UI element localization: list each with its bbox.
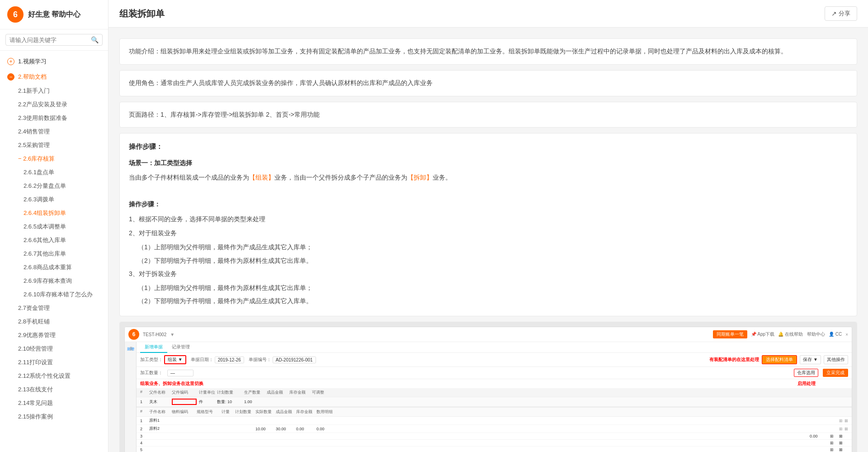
screenshot-inner: 6 TEST-H002 ▼ 同期账单一笔 📌 App下载 🔔 在线帮助 帮助中心… [120, 322, 857, 452]
table-row: 4 ⊞⊠ [137, 440, 852, 447]
step-1: 1、根据不同的业务，选择不同单据的类型来处理 [129, 214, 848, 225]
sidebar-item-cases[interactable]: 2.15操作案例 [0, 410, 108, 423]
table-row: 3 0.00 ⊞ ⊠ [137, 433, 852, 440]
share-button[interactable]: ↗ 分享 [825, 6, 857, 21]
mock-confirm-btn[interactable]: 立采完成 [823, 369, 848, 377]
mock-date-field: 单据日期： 2019-12-26 [191, 357, 244, 363]
sidebar-item-stockcount[interactable]: 2.6.1盘点单 [0, 166, 108, 179]
sidebar-item-print[interactable]: 2.11打印设置 [0, 356, 108, 369]
mock-right-area: 有装配清单的在这里处理 选择配料清单 保存 ▼ 其他操作 [709, 355, 848, 364]
mock-logo: 6 [128, 329, 139, 340]
logo-icon: 6 [7, 6, 24, 23]
steps-intro: 当由多个子件材料组装成一个成品的业务为【组装】业务，当由一个父件拆分成多个子产品… [129, 172, 848, 183]
share-label: 分享 [839, 10, 850, 18]
steps-title: 操作步骤： [129, 141, 848, 152]
plus-icon: + [7, 58, 14, 65]
sidebar-item-purchase[interactable]: 2.5采购管理 [0, 138, 108, 152]
sidebar-item-costrecalc[interactable]: 2.6.8商品成本重算 [0, 261, 108, 274]
mock-sub-form: 加工数量： — 仓库选用 立采完成 组装业务、拆卸业务在这里切换 启用处理 [137, 367, 852, 379]
role-text: 使用角色：通常由生产人员或库管人员完成拆装业务的操作，库管人员确认原材料的出库和… [129, 78, 848, 89]
sidebar-item-finance[interactable]: 2.7资金管理 [0, 301, 108, 315]
intro-text: 功能介绍：组装拆卸单用来处理企业组装或拆卸等加工业务，支持有固定装配清单的产品加… [129, 46, 848, 57]
search-box: 🔍 [5, 34, 103, 46]
mock-close-icon[interactable]: × [845, 332, 848, 337]
mock-date-input[interactable]: 2019-12-26 [215, 357, 244, 363]
role-block: 使用角色：通常由生产人员或库管人员完成拆装业务的操作，库管人员确认原材料的出库和… [119, 70, 857, 96]
path-text: 页面路径：1、库存核算->库存管理->组装拆卸单 2、首页->常用功能 [129, 109, 848, 120]
logo-text: 好生意 帮助中心 [28, 10, 80, 19]
nav-tree: + 1.视频学习 − 2.帮助文档 2.1新手入门 2.2产品安装及登录 2.3… [0, 51, 108, 452]
sidebar-item-label: 1.视频学习 [18, 57, 47, 66]
top-bar: 组装拆卸单 ↗ 分享 [108, 0, 868, 28]
table-row: 1 原料1 ⊞ ⊠ [137, 417, 852, 425]
sidebar-item-docs[interactable]: − 2.帮助文档 [0, 70, 108, 84]
sub-section-title: 场景一：加工类型选择 [129, 158, 848, 169]
mock-main: 新增单据 记录管理 加工类型： 组装 ▼ 单据日期： [137, 342, 852, 452]
step-2-1: （1）上部明细为父件明细，最终作为产成品生成其它入库单； [138, 242, 848, 253]
search-input[interactable] [9, 37, 91, 43]
sidebar-item-settings[interactable]: 2.12系统个性化设置 [0, 369, 108, 383]
mock-form-header: 加工类型： 组装 ▼ 单据日期： 2019-12-26 单据编号： AD-201… [137, 353, 852, 367]
minus-icon: − [7, 73, 14, 81]
mock-dropdown-arrow: ▼ [170, 332, 175, 337]
mock-icons: 📌 App下载 🔔 在线帮助 帮助中心 👤 CC [751, 331, 842, 338]
mock-warehouse-select[interactable]: 仓库选用 [794, 369, 818, 377]
sidebar-item-transfer[interactable]: 2.6.3调拨单 [0, 193, 108, 206]
sidebar-item-payment[interactable]: 2.13在线支付 [0, 383, 108, 396]
mock-type-field: 加工类型： 组装 ▼ [140, 355, 186, 364]
sidebar-item-video[interactable]: + 1.视频学习 [0, 54, 108, 69]
sidebar-item-faq[interactable]: 2.14常见问题 [0, 396, 108, 410]
sidebar-item-otheroutstock[interactable]: 2.6.7其他出库单 [0, 247, 108, 261]
mock-action-btn[interactable]: 其他操作 [824, 355, 848, 364]
nav-section-docs: − 2.帮助文档 2.1新手入门 2.2产品安装及登录 2.3使用前数据准备 2… [0, 70, 108, 423]
mock-qty-input[interactable]: — [167, 370, 193, 376]
screenshot-block: 6 TEST-H002 ▼ 同期账单一笔 📌 App下载 🔔 在线帮助 帮助中心… [119, 322, 857, 452]
sidebar-item-costadjust[interactable]: 2.6.5成本调整单 [0, 220, 108, 233]
mock-parent-table-header: # 父件名称 父件编码 计量单位 计划数量 生产数量 成品金额 库存金额 可调整 [137, 388, 852, 407]
mock-app: 6 TEST-H002 ▼ 同期账单一笔 📌 App下载 🔔 在线帮助 帮助中心… [124, 327, 852, 452]
mock-type-select[interactable]: 组装 ▼ [164, 355, 186, 364]
search-area: 🔍 [0, 29, 108, 51]
mock-header-id: TEST-H002 [143, 332, 166, 337]
table-row: 2 原料2 10.00 30.000.00 0.00 ⊞ ⊠ [137, 425, 852, 433]
mock-tab-new[interactable]: 新增单据 [140, 342, 167, 353]
annotation-top-right: 有装配清单的在这里处理 [709, 357, 759, 363]
sidebar-item-install[interactable]: 2.2产品安装及登录 [0, 98, 108, 111]
mock-tab-records[interactable]: 记录管理 [167, 342, 194, 352]
sidebar-item-mobile[interactable]: 2.8手机旺铺 [0, 315, 108, 328]
mock-child-table-header: # 子件名称 物料编码 规格型号 计量 计划数量 实际数量 成品金额 库存金额 … [137, 407, 852, 417]
mock-tab-bar: 新增单据 记录管理 [137, 342, 852, 353]
mock-body: 自贡 新增 新增单据 记录管理 [125, 342, 852, 452]
mock-orderno-field: 单据编号： AD-20191226-001 [249, 357, 316, 363]
sidebar-item-assembly[interactable]: 2.6.4组装拆卸单 [0, 206, 108, 220]
sidebar-item-beginner[interactable]: 2.1新手入门 [0, 84, 108, 98]
step-3-1: （1）上部明细为父件明细，最终作为原材料生成其它出库单； [138, 282, 848, 294]
search-icon[interactable]: 🔍 [91, 36, 99, 43]
sidebar-item-stockerror[interactable]: 2.6.10库存账本错了怎么办 [0, 288, 108, 301]
mock-qty-label: 加工数量： [140, 370, 163, 376]
sidebar-item-label: 2.帮助文档 [18, 73, 47, 81]
mock-select-bom-btn[interactable]: 选择配料清单 [762, 355, 797, 364]
mock-child-table-body: 1 原料1 ⊞ ⊠ [137, 417, 852, 452]
share-icon: ↗ [831, 10, 837, 17]
mock-sidebar: 自贡 新增 [125, 342, 137, 452]
content-area: 功能介绍：组装拆卸单用来处理企业组装或拆卸等加工业务，支持有固定装配清单的产品加… [108, 28, 868, 452]
sidebar-item-otherinstock[interactable]: 2.6.6其他入库单 [0, 233, 108, 247]
sidebar-item-inventory[interactable]: − 2.6库存核算 [0, 152, 108, 166]
sidebar-item-dataprep[interactable]: 2.3使用前数据准备 [0, 111, 108, 125]
main-content: 组装拆卸单 ↗ 分享 功能介绍：组装拆卸单用来处理企业组装或拆卸等加工业务，支持… [108, 0, 868, 452]
sidebar-item-ops[interactable]: 2.10经营管理 [0, 342, 108, 356]
sidebar-item-sales[interactable]: 2.4销售管理 [0, 125, 108, 138]
mock-part-input[interactable] [172, 399, 197, 405]
mock-orderno-input[interactable]: AD-20191226-001 [273, 357, 316, 363]
step-2-2: （2）下部明细为子件明细，最终作为原材料生成其它出库单。 [138, 255, 848, 266]
step-3-2: （2）下部明细为子件明细，最终作为产成品生成其它入库单。 [138, 295, 848, 307]
logo-area: 6 好生意 帮助中心 [0, 0, 108, 29]
sidebar-item-coupon[interactable]: 2.9优惠券管理 [0, 328, 108, 342]
mock-new-btn[interactable]: 同期账单一笔 [713, 330, 747, 338]
sidebar-item-stockcount2[interactable]: 2.6.2分量盘点单 [0, 179, 108, 193]
table-row: 5 ⊞⊠ [137, 447, 852, 452]
nav-section-video: + 1.视频学习 [0, 54, 108, 69]
sidebar-item-stockledger[interactable]: 2.6.9库存账本查询 [0, 274, 108, 288]
mock-save-btn[interactable]: 保存 ▼ [800, 355, 821, 364]
